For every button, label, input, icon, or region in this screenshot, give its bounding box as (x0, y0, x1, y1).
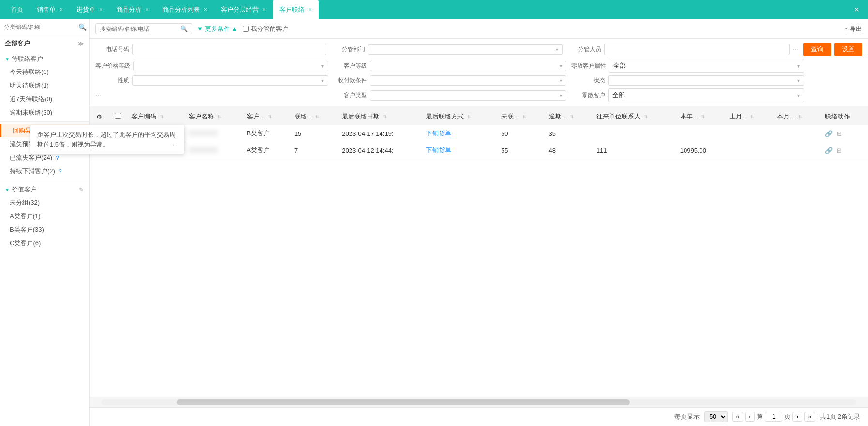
nav-product-analysis[interactable]: 商品分析 × (109, 0, 155, 19)
payment-select[interactable]: ▾ (370, 75, 566, 86)
dots-icon[interactable]: ··· (95, 91, 101, 99)
close-icon[interactable]: × (204, 6, 207, 13)
first-page-button[interactable]: « (732, 412, 744, 422)
nav-home[interactable]: 首页 (4, 0, 30, 19)
close-icon[interactable]: × (60, 6, 63, 13)
status-select[interactable]: ▾ (608, 75, 804, 86)
h-scrollbar[interactable] (101, 399, 856, 405)
close-icon[interactable]: × (145, 6, 149, 13)
filter-field-price-level: 客户价格等级 ▾ (95, 61, 328, 71)
last-contact-method[interactable]: 下销货单 (421, 142, 496, 159)
dept-select[interactable]: ▾ (368, 44, 562, 55)
link-icon[interactable]: 🔗 (825, 130, 833, 137)
my-customers-checkbox[interactable] (243, 26, 249, 32)
divider (0, 180, 89, 180)
col-last-month: 上月... ⇅ (725, 108, 772, 125)
sidebar-item-tomorrow[interactable]: 明天待联络(1) (0, 79, 89, 92)
dots-icon[interactable]: ··· (792, 45, 798, 53)
close-icon[interactable]: × (99, 6, 103, 13)
link-icon[interactable]: 🔗 (825, 147, 833, 154)
per-page-select[interactable]: 50 (704, 411, 728, 422)
col-overdue: 逾期... ⇅ (544, 108, 592, 125)
export-button[interactable]: ↑ 导出 (845, 25, 863, 33)
contact-count: 15 (289, 125, 337, 142)
col-contact-person: 往来单位联系人 ⇅ (592, 108, 675, 125)
more-conditions-button[interactable]: ▼ 更多条件 ▲ (197, 25, 238, 33)
col-contact-count: 联络... ⇅ (289, 108, 337, 125)
col-code: 客户编码 ⇅ (126, 108, 184, 125)
filter-row-4: ··· 客户类型 ▾ 零散客户 全部 ▾ (95, 88, 862, 102)
page-number-input[interactable] (765, 412, 782, 422)
top-nav: 首页 销售单 × 进货单 × 商品分析 × 商品分析列表 × 客户分层经营 × … (0, 0, 868, 19)
filter-field-status: 状态 ▾ (571, 75, 804, 86)
last-page-button[interactable]: » (804, 412, 815, 422)
edit-icon[interactable]: ✎ (79, 186, 84, 193)
last-contact-method[interactable]: 下销货单 (421, 125, 496, 142)
sidebar: 🔍 全部客户 ≫ ▼ 待联络客户 今天待联络(0) 明天待联络(1) 近7天待联… (0, 19, 90, 426)
contact-person: 111 (592, 142, 675, 159)
sidebar-search-input[interactable] (4, 24, 76, 30)
contact-count: 7 (289, 142, 337, 159)
h-scrollbar-thumb[interactable] (177, 399, 630, 405)
sidebar-search-box[interactable]: 🔍 (0, 19, 89, 35)
nav-purchase[interactable]: 进货单 × (70, 0, 109, 19)
last-month (725, 125, 772, 142)
sidebar-item-class-a[interactable]: A类客户(1) (0, 209, 89, 223)
next-page-button[interactable]: › (792, 412, 802, 422)
close-icon[interactable]: × (308, 6, 312, 13)
select-all-checkbox[interactable] (115, 113, 121, 119)
content-area: 🔍 ▼ 更多条件 ▲ 我分管的客户 ↑ 导出 电话号码 (90, 19, 868, 426)
sidebar-item-7days[interactable]: 近7天待联络(0) (0, 92, 89, 106)
nav-sales[interactable]: 销售单 × (30, 0, 70, 19)
tooltip-dots: ··· (172, 140, 178, 149)
query-button[interactable]: 查询 (803, 43, 831, 56)
waiting-contact-group: ▼ 待联络客户 (0, 52, 89, 65)
triangle-icon: ▼ (5, 57, 10, 62)
divider (0, 121, 89, 122)
search-box[interactable]: 🔍 (95, 23, 192, 34)
col-current-year: 本年... ⇅ (675, 108, 725, 125)
value-customer-group: ▼ 价值客户 ✎ (0, 182, 89, 196)
retail-customer-select[interactable]: 全部 ▾ (608, 88, 804, 102)
sidebar-item-class-c[interactable]: C类客户(6) (0, 236, 89, 250)
my-customers-checkbox-container[interactable]: 我分管的客户 (243, 25, 289, 33)
caret-icon: ▾ (560, 78, 562, 83)
price-level-select[interactable]: ▾ (133, 61, 328, 71)
prev-page-button[interactable]: ‹ (745, 412, 755, 422)
sidebar-item-class-b[interactable]: B类客户(33) (0, 223, 89, 236)
phone-input[interactable] (132, 44, 326, 55)
customer-type-select[interactable]: ▾ (370, 90, 566, 101)
nature-select[interactable]: ▾ (132, 75, 328, 86)
filter-field-customer-type: 客户类型 ▾ (333, 90, 566, 101)
person-input[interactable] (604, 44, 790, 55)
settings-button[interactable]: 设置 (834, 43, 862, 56)
sidebar-item-today[interactable]: 今天待联络(0) (0, 65, 89, 79)
col-last-contact-date: 最后联络日期 ⇅ (337, 108, 421, 125)
filter-icon: ▼ (197, 25, 203, 32)
sort-icon: ⇅ (798, 114, 802, 119)
info-icon: ? (56, 155, 59, 161)
sidebar-item-overdue[interactable]: 逾期未联络(30) (0, 106, 89, 119)
retail-attr-select[interactable]: 全部 ▾ (609, 59, 804, 73)
unlinkable: 50 (496, 125, 544, 142)
nav-customer-segment[interactable]: 客户分层经营 × (214, 0, 273, 19)
nav-customer-contact[interactable]: 客户联络 × (273, 0, 319, 19)
caret-icon: ▾ (560, 93, 562, 98)
total-records-label: 共1页 2条记录 (820, 412, 860, 421)
advanced-filters: 电话号码 分管部门 ▾ 分管人员 ··· 查询 设置 (90, 39, 868, 106)
caret-icon: ▾ (556, 47, 558, 52)
collapse-icon[interactable]: ≫ (77, 40, 84, 47)
customer-level-select[interactable]: ▾ (370, 61, 566, 71)
window-close-button[interactable]: × (849, 5, 864, 15)
this-month (772, 142, 820, 159)
last-month (725, 142, 772, 159)
nav-product-analysis-list[interactable]: 商品分析列表 × (155, 0, 214, 19)
grid-icon[interactable]: ⊞ (837, 147, 842, 154)
filter-row-2: 客户价格等级 ▾ 客户等级 ▾ 零散客户属性 全部 (95, 59, 862, 73)
grid-icon[interactable]: ⊞ (837, 130, 842, 137)
sidebar-item-declining[interactable]: 持续下滑客户(2) ? (0, 164, 89, 178)
sidebar-item-ungroup[interactable]: 未分组(32) (0, 196, 89, 209)
search-input[interactable] (100, 26, 177, 32)
page-nav: « ‹ 第 页 › » (732, 412, 815, 422)
close-icon[interactable]: × (262, 6, 266, 13)
